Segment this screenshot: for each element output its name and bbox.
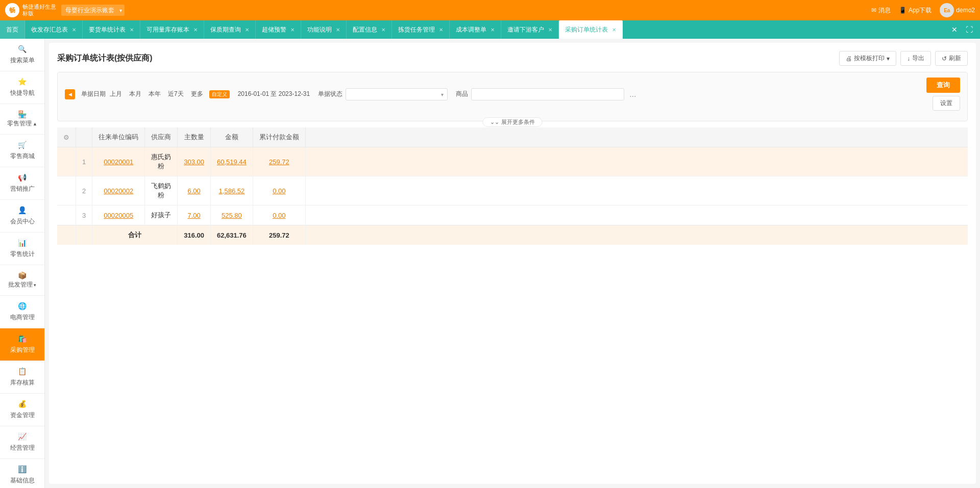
row3-qty[interactable]: 7.00 [178,206,211,225]
col-settings[interactable]: ⚙ [57,127,76,147]
app-download-btn[interactable]: 📱 App下载 [899,6,932,15]
status-filter-label: 单据状态 [318,90,342,98]
filter-area: ◀ 单据日期 上月 本月 本年 近7天 更多 自定义 20 [57,72,968,121]
row1-qty[interactable]: 303.00 [178,147,211,176]
tab-peizhi-close[interactable]: ✕ [381,27,385,33]
export-button[interactable]: ↓ 导出 [900,51,931,66]
nav-expand-btn[interactable]: ⛶ [963,24,976,35]
message-btn[interactable]: ✉ 消息 [871,6,891,15]
tab-home-label: 首页 [6,25,18,34]
sidebar-item-marketing[interactable]: 📢 营销推广 [0,167,44,200]
sidebar-item-finance[interactable]: 💰 资金管理 [0,394,44,426]
sidebar-item-ecommerce[interactable]: 🌐 电商管理 [0,296,44,328]
row2-num: 2 [76,176,92,206]
expand-icon: ⌄⌄ [490,119,499,125]
filter-collapse-btn[interactable]: ◀ [65,89,75,99]
nav-close-btn[interactable]: ✕ [948,24,961,35]
tab-caigoudingdan[interactable]: 采购订单统计表 ✕ [559,20,623,39]
col-code: 往来单位编码 [92,127,145,147]
shortcut-last-month[interactable]: 上月 [108,89,124,99]
sidebar-item-member[interactable]: 👤 会员中心 [0,200,44,233]
tab-baozhi-close[interactable]: ✕ [245,27,249,33]
goods-more-btn[interactable]: ... [629,90,636,99]
footer-paid: 259.72 [253,225,305,245]
tab-shoufahuizong[interactable]: 收发存汇总表 ✕ [25,20,83,39]
status-filter-item: 单据状态 [318,88,448,100]
sidebar-item-purchase[interactable]: 🛍️ 采购管理 [0,328,44,361]
tab-keyongliang-label: 可用量库存账本 [146,25,189,34]
row3-num: 3 [76,206,92,225]
query-button[interactable]: 查询 [926,78,960,93]
table-wrapper: ⚙ 往来单位编码 供应商 主数量 金额 累计付款金额 [57,127,968,476]
sidebar-item-basic[interactable]: ℹ️ 基础信息 [0,459,44,488]
tab-tuohuo[interactable]: 拣货任务管理 ✕ [392,20,450,39]
row2-supplier: 飞鹤奶粉 [145,176,178,206]
tab-chengben[interactable]: 成本调整单 ✕ [450,20,501,39]
sidebar-item-search[interactable]: 🔍 搜索菜单 [0,39,44,71]
sidebar-item-retailstat[interactable]: 📊 零售统计 [0,233,44,265]
status-select[interactable] [346,88,448,100]
sidebar-item-operations[interactable]: 📈 经营管理 [0,426,44,459]
settings-button[interactable]: 设置 [933,96,960,111]
purchase-icon: 🛍️ [18,335,27,343]
tab-baozhi[interactable]: 保质期查询 ✕ [204,20,256,39]
tab-chengben-close[interactable]: ✕ [491,27,495,33]
sidebar-item-retail[interactable]: 🏪 零售管理 ▲ [0,104,44,135]
workspace-selector[interactable]: 母婴行业演示账套 [61,5,125,16]
row2-paid[interactable]: 0.00 [253,176,305,206]
tab-home[interactable]: 首页 [0,20,25,39]
col-qty: 主数量 [178,127,211,147]
ecommerce-icon: 🌐 [18,302,27,310]
sidebar-item-quicknav[interactable]: ⭐ 快捷导航 [0,71,44,104]
shortcut-this-month[interactable]: 本月 [127,89,143,99]
workspace-selector-wrapper[interactable]: 母婴行业演示账套 [61,5,125,16]
row2-code[interactable]: 00020002 [92,176,145,206]
print-button[interactable]: 🖨 按模板打印 ▾ [839,51,896,66]
table-header: ⚙ 往来单位编码 供应商 主数量 金额 累计付款金额 [57,127,968,147]
sidebar-item-inventory[interactable]: 📋 库存核算 [0,361,44,394]
row2-qty[interactable]: 6.00 [178,176,211,206]
col-rownum [76,127,92,147]
tab-yaohuo-close[interactable]: ✕ [130,27,134,33]
shortcut-7days[interactable]: 近7天 [166,89,186,99]
shortcut-this-year[interactable]: 本年 [146,89,163,99]
tab-caigoudingdan-close[interactable]: ✕ [612,27,616,33]
tab-shoufahuizong-close[interactable]: ✕ [72,27,76,33]
tab-chaochu-close[interactable]: ✕ [290,27,295,33]
expand-filter-btn[interactable]: ⌄⌄ 展开更多条件 [482,117,542,127]
row1-amount[interactable]: 60,519.44 [211,147,253,176]
finance-icon: 💰 [18,400,27,408]
tab-peizhi[interactable]: 配置信息 ✕ [347,20,392,39]
row2-amount[interactable]: 1,586.52 [211,176,253,206]
table-body: 1 00020001 惠氏奶粉 303.00 60,519.44 259.72 … [57,147,968,225]
tab-gongneng-close[interactable]: ✕ [336,27,340,33]
sidebar-item-wholesale[interactable]: 📦 批发管理 ▾ [0,265,44,296]
tab-keyongliang[interactable]: 可用量库存账本 ✕ [140,20,204,39]
status-select-wrapper [346,88,448,100]
marketing-icon: 📢 [18,173,27,182]
refresh-button[interactable]: ↺ 刷新 [935,51,968,66]
member-icon: 👤 [18,206,27,214]
tab-peizhi-label: 配置信息 [353,25,377,34]
row1-code[interactable]: 00020001 [92,147,145,176]
shortcut-more[interactable]: 更多 [189,89,205,99]
footer-settings [57,225,76,245]
row3-paid[interactable]: 0.00 [253,206,305,225]
tab-yaohuo[interactable]: 要货单统计表 ✕ [83,20,140,39]
tab-chaochu[interactable]: 超储预警 ✕ [256,20,301,39]
tab-yaohuo-label: 要货单统计表 [89,25,126,34]
tab-gongneng[interactable]: 功能说明 ✕ [301,20,347,39]
row1-paid[interactable]: 259.72 [253,147,305,176]
tab-tuohuo-close[interactable]: ✕ [439,27,443,33]
nav-right-buttons: ✕ ⛶ [948,24,980,35]
row3-amount[interactable]: 525.80 [211,206,253,225]
print-icon: 🖨 [846,55,852,62]
tab-keyongliang-close[interactable]: ✕ [193,27,198,33]
goods-input[interactable] [471,88,624,100]
tab-yaoqing[interactable]: 邀请下游客户 ✕ [501,20,559,39]
shop-icon: 🛒 [18,141,27,149]
sidebar-item-retailshop[interactable]: 🛒 零售商城 [0,135,44,167]
user-area[interactable]: Ea demo2 [940,3,975,17]
row3-code[interactable]: 00020005 [92,206,145,225]
tab-yaoqing-close[interactable]: ✕ [548,27,552,33]
